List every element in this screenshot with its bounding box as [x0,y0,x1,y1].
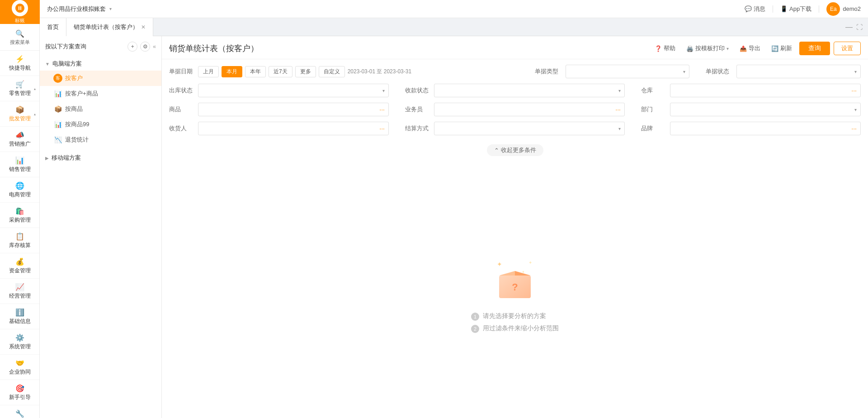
receipt-status-arrow: ▾ [618,88,621,93]
date-btn-this-month[interactable]: 本月 [222,66,242,77]
out-status-select[interactable]: ▾ [198,84,389,97]
quicknav-icon: ⚡ [15,54,24,63]
query-btn[interactable]: 查询 [799,42,830,55]
print-btn[interactable]: 🖨️ 按模板打印 ▾ [683,43,732,54]
salesperson-input[interactable]: ··· [434,103,625,116]
sidebar: 标账 🔍 搜索菜单 ⚡ 快捷导航 🛒 零售管理 📦 批发管理 📣 营销推广 📊 … [0,0,40,418]
out-status-arrow: ▾ [382,88,385,93]
salesperson-label: 业务员 [405,105,430,114]
sidebar-item-basic[interactable]: ℹ️ 基础信息 [0,304,39,329]
by-product-icon: 📦 [53,104,62,114]
sidebar-item-ecommerce[interactable]: 🌐 电商管理 [0,177,39,203]
print-dropdown-arrow[interactable]: ▾ [726,46,729,51]
warehouse-dots: ··· [851,87,857,94]
header-right: 💬 消息 📱 App下载 Ea demo2 [745,2,861,16]
tree-child-by-customer-product[interactable]: 📊 按客户+商品 [40,86,161,101]
svg-text:?: ? [512,281,518,293]
sidebar-item-operations[interactable]: 📈 经营管理 [0,279,39,304]
inventory-icon: 📋 [15,232,24,241]
page-title: 销货单统计表（按客户） [169,43,259,54]
tree-parent-mobile[interactable]: ▶ 移动端方案 [40,151,161,165]
tip-text-2: 用过滤条件来缩小分析范围 [483,324,559,332]
refresh-btn[interactable]: 🔄 刷新 [768,43,796,54]
doc-type-select[interactable]: ▾ [566,65,690,78]
sidebar-label-system: 系统管理 [9,343,31,351]
warehouse-input[interactable]: ··· [670,84,861,97]
add-plan-btn[interactable]: + [127,42,137,52]
brand-input[interactable]: ··· [670,122,861,135]
sidebar-item-inventory[interactable]: 📋 库存核算 [0,228,39,253]
tree-child-label-by-customer-product: 按客户+商品 [65,90,98,98]
settings-plan-btn[interactable]: ⚙ [140,42,150,52]
tip-num-2: 2 [471,325,479,333]
tab-close-btn[interactable]: ✕ [141,24,146,30]
tree-child-label-by-customer: 按客户 [65,74,83,82]
tree-child-by-product[interactable]: 📦 按商品 [40,101,161,117]
collapse-bar[interactable]: ⌃ 收起更多条件 [487,144,543,156]
sidebar-item-system[interactable]: ⚙️ 系统管理 [0,329,39,355]
department-select[interactable]: ▾ [670,103,861,116]
app-title: 办公用品行业模拟账套 [47,5,106,13]
sidebar-label-basic: 基础信息 [9,318,31,325]
tab-sales-stats[interactable]: 销货单统计表（按客户） ✕ [66,18,153,36]
date-btn-last-month[interactable]: 上月 [198,66,219,77]
help-icon: ❓ [655,45,662,52]
wholesale-icon: 📦 [15,105,24,114]
date-btn-last7[interactable]: 近7天 [269,66,292,77]
message-label: 消息 [754,5,765,13]
sidebar-label-marketing: 营销推广 [9,140,31,148]
empty-icon: ? ✦ ✦ ✦ [488,251,542,305]
settlement-select[interactable]: ▾ [434,122,625,135]
help-btn[interactable]: ❓ 帮助 [651,43,679,54]
doc-status-select[interactable]: ▾ [736,65,861,78]
user-name: demo2 [843,5,861,12]
date-btn-this-year[interactable]: 本年 [245,66,266,77]
product-input[interactable]: ··· [198,103,389,116]
settlement-label: 结算方式 [405,124,430,133]
tip-num-1: 1 [471,313,479,321]
date-btn-more[interactable]: 更多 [295,66,316,77]
tree-child-by-product-99[interactable]: 📊 按商品99 [40,117,161,132]
tab-controls: — ⛶ [845,23,868,31]
sidebar-search[interactable]: 🔍 搜索菜单 [0,24,39,51]
content-wrapper: 按以下方案查询 + ⚙ « ▼ 电脑端方案 客 按客户 📊 按客 [40,36,868,418]
product-dots: ··· [379,106,385,113]
export-btn[interactable]: 📤 导出 [736,43,764,54]
sidebar-item-finance[interactable]: 💰 资金管理 [0,253,39,279]
maximize-btn[interactable]: ⛶ [856,24,863,31]
sidebar-item-wholesale[interactable]: 📦 批发管理 [0,101,39,127]
sidebar-item-quicknav[interactable]: ⚡ 快捷导航 [0,51,39,76]
title-dropdown-arrow[interactable]: ▾ [109,6,112,11]
sidebar-label-operations: 经营管理 [9,292,31,300]
doc-status-arrow: ▾ [854,69,857,74]
finance-icon: 💰 [15,257,24,266]
department-label: 部门 [641,105,666,114]
tree-child-return-stats[interactable]: 📉 退货统计 [40,132,161,147]
left-panel-actions: + ⚙ « [127,42,156,52]
filter-area: 单据日期 上月 本月 本年 近7天 更多 自定义 2023-03-01 至 20… [162,59,868,165]
receipt-status-select[interactable]: ▾ [434,84,625,97]
tree-child-by-customer[interactable]: 客 按客户 [40,71,161,86]
tab-home[interactable]: 首页 [40,18,66,36]
sidebar-item-marketing[interactable]: 📣 营销推广 [0,127,39,152]
sidebar-item-sales[interactable]: 📊 销售管理 [0,152,39,177]
sidebar-item-retail[interactable]: 🛒 零售管理 [0,76,39,101]
user-profile[interactable]: Ea demo2 [826,2,861,16]
sidebar-item-guide[interactable]: 🎯 新手引导 [0,380,39,405]
message-btn[interactable]: 💬 消息 [745,5,765,13]
tree-parent-desktop[interactable]: ▼ 电脑端方案 [40,57,161,71]
sidebar-item-purchase[interactable]: 🛍️ 采购管理 [0,203,39,228]
sidebar-item-apps[interactable]: 🔧 应用中心 [0,405,39,418]
header-actions: ❓ 帮助 🖨️ 按模板打印 ▾ 📤 导出 🔄 刷新 [651,42,861,55]
receiver-input[interactable]: ··· [198,122,389,135]
date-btn-custom[interactable]: 自定义 [319,66,345,77]
settings-btn[interactable]: 设置 [834,42,861,55]
collapse-panel-btn[interactable]: « [153,43,156,50]
empty-tip-1: 1 请先选择要分析的方案 [471,312,559,321]
sidebar-item-enterprise[interactable]: 🤝 企业协同 [0,355,39,380]
collapse-label: 收起更多条件 [501,146,536,154]
receiver-dots: ··· [379,125,385,132]
app-download-btn[interactable]: 📱 App下载 [780,5,811,13]
minimize-btn[interactable]: — [845,23,853,31]
empty-tip-2: 2 用过滤条件来缩小分析范围 [471,324,559,333]
